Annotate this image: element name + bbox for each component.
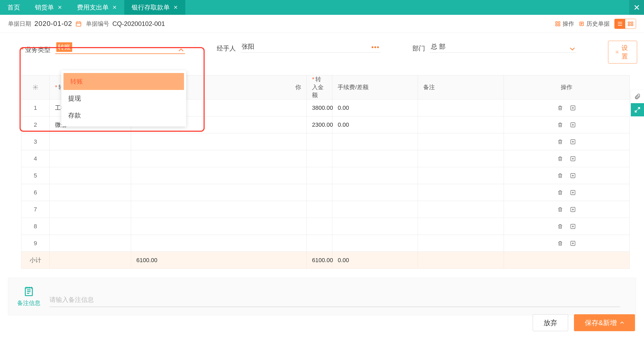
col-action: 操作: [504, 75, 629, 99]
delete-row-button[interactable]: [557, 122, 563, 128]
cell-remark[interactable]: [418, 235, 504, 252]
cell-remark[interactable]: [418, 116, 504, 133]
view-grid-button[interactable]: [625, 19, 636, 29]
expand-button[interactable]: [631, 103, 644, 116]
cell-remark[interactable]: [418, 150, 504, 167]
tab-home[interactable]: 首页: [0, 0, 27, 15]
remark-input[interactable]: 请输入备注信息: [49, 291, 620, 307]
cell-out-amount[interactable]: [131, 235, 306, 252]
dropdown-option-withdraw[interactable]: 提现: [61, 90, 186, 107]
discard-button[interactable]: 放弃: [533, 314, 568, 331]
date-label: 单据日期: [8, 20, 31, 28]
cell-out-amount[interactable]: [131, 150, 306, 167]
more-icon[interactable]: •••: [371, 43, 380, 51]
svg-rect-8: [628, 24, 630, 26]
add-row-button[interactable]: [570, 207, 576, 212]
cell-in-amount[interactable]: [307, 184, 332, 201]
cell-in-amount[interactable]: [307, 167, 332, 184]
cell-in-amount[interactable]: 2300.00: [307, 116, 332, 133]
cell-fee[interactable]: 0.00: [332, 99, 418, 116]
dept-select[interactable]: 总 部: [430, 41, 576, 53]
tab-expense-order[interactable]: 费用支出单✕: [70, 0, 124, 15]
cell-out-account[interactable]: [49, 150, 131, 167]
dropdown-option-transfer[interactable]: 转账: [63, 73, 184, 90]
cell-remark[interactable]: [418, 99, 504, 116]
add-row-button[interactable]: [570, 139, 576, 145]
close-icon[interactable]: ✕: [112, 4, 117, 11]
cell-in-amount[interactable]: 3800.00: [307, 99, 332, 116]
tab-bank-transfer[interactable]: 银行存取款单✕: [124, 0, 185, 15]
table-row[interactable]: 3: [21, 133, 630, 150]
table-row[interactable]: 8: [21, 218, 630, 235]
add-row-button[interactable]: [570, 105, 576, 111]
cell-out-account[interactable]: [49, 201, 131, 218]
delete-row-button[interactable]: [557, 139, 563, 145]
delete-row-button[interactable]: [557, 207, 563, 212]
cell-fee[interactable]: 0.00: [332, 116, 418, 133]
cell-in-amount[interactable]: [307, 218, 332, 235]
cell-fee[interactable]: [332, 150, 418, 167]
table-row[interactable]: 9: [21, 235, 630, 252]
doc-date[interactable]: 2020-01-02: [34, 20, 72, 28]
cell-remark[interactable]: [418, 201, 504, 218]
actions-link[interactable]: 操作: [555, 20, 574, 28]
history-link[interactable]: 历史单据: [579, 20, 610, 28]
handler-input[interactable]: 张阳 •••: [241, 41, 381, 53]
cell-fee[interactable]: [332, 133, 418, 150]
cell-out-account[interactable]: [49, 235, 131, 252]
cell-in-amount[interactable]: [307, 235, 332, 252]
cell-fee[interactable]: [332, 167, 418, 184]
delete-row-button[interactable]: [557, 224, 563, 229]
cell-fee[interactable]: [332, 184, 418, 201]
close-icon[interactable]: ✕: [58, 4, 62, 11]
table-row[interactable]: 7: [21, 201, 630, 218]
cell-fee[interactable]: [332, 218, 418, 235]
table-row[interactable]: 6: [21, 184, 630, 201]
cell-in-amount[interactable]: [307, 133, 332, 150]
cell-remark[interactable]: [418, 184, 504, 201]
settings-button[interactable]: 设置: [608, 41, 637, 63]
cell-fee[interactable]: [332, 235, 418, 252]
cell-in-amount[interactable]: [307, 150, 332, 167]
delete-row-button[interactable]: [557, 190, 563, 195]
cell-out-amount[interactable]: [131, 133, 306, 150]
cell-out-amount[interactable]: [131, 167, 306, 184]
delete-row-button[interactable]: [557, 173, 563, 179]
biz-type-select[interactable]: 转账: [55, 41, 185, 54]
remark-section: 备注信息 请输入备注信息: [8, 278, 636, 315]
add-row-button[interactable]: [570, 173, 576, 179]
remark-tab[interactable]: 备注信息: [8, 278, 49, 315]
cell-out-account[interactable]: [49, 133, 131, 150]
delete-row-button[interactable]: [557, 105, 563, 111]
tab-sales-order[interactable]: 销货单✕: [27, 0, 70, 15]
add-row-button[interactable]: [570, 156, 576, 162]
cell-remark[interactable]: [418, 133, 504, 150]
calendar-icon[interactable]: [75, 21, 82, 27]
close-icon[interactable]: ✕: [173, 4, 178, 11]
dropdown-option-deposit[interactable]: 存款: [61, 107, 186, 124]
cell-fee[interactable]: [332, 201, 418, 218]
cell-remark[interactable]: [418, 167, 504, 184]
cell-out-amount[interactable]: [131, 218, 306, 235]
app-close-button[interactable]: ✕: [629, 0, 644, 15]
add-row-button[interactable]: [570, 122, 576, 128]
cell-out-amount[interactable]: [131, 201, 306, 218]
add-row-button[interactable]: [570, 224, 576, 229]
cell-out-account[interactable]: [49, 184, 131, 201]
table-row[interactable]: 5: [21, 167, 630, 184]
cell-out-account[interactable]: [49, 167, 131, 184]
cell-in-amount[interactable]: [307, 201, 332, 218]
save-add-button[interactable]: 保存&新增: [574, 314, 635, 331]
add-row-button[interactable]: [570, 240, 576, 246]
svg-rect-6: [628, 22, 630, 23]
cell-out-amount[interactable]: [131, 184, 306, 201]
cell-out-account[interactable]: [49, 218, 131, 235]
table-settings-header[interactable]: [21, 75, 50, 99]
attachment-button[interactable]: [631, 90, 644, 103]
cell-remark[interactable]: [418, 218, 504, 235]
delete-row-button[interactable]: [557, 240, 563, 246]
table-row[interactable]: 4: [21, 150, 630, 167]
delete-row-button[interactable]: [557, 156, 563, 162]
view-list-button[interactable]: [615, 19, 625, 29]
add-row-button[interactable]: [570, 190, 576, 195]
